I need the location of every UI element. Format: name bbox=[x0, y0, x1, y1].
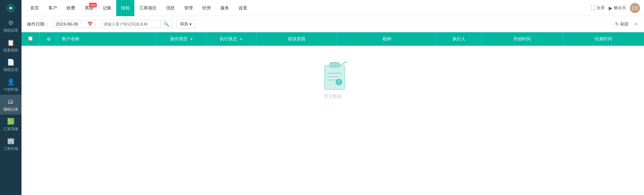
select-all-checkbox[interactable] bbox=[28, 36, 33, 41]
topnav-item-tax[interactable]: 报税 bbox=[116, 0, 134, 16]
data-table: ⚙ 客户名称 操作类型 ▼ 执行状态 ▼ bbox=[22, 32, 644, 46]
fullscreen-button[interactable]: ⛶ 全屏 bbox=[591, 5, 605, 11]
toolbar: 操作日期： 📅 🔍 筛选 ▾ ↻ 刷新 × bbox=[22, 16, 644, 32]
sidebar-item-tax-summary-label: 报税总览 bbox=[3, 67, 18, 72]
svg-rect-3 bbox=[330, 63, 340, 67]
toolbar-right: ↻ 刷新 × bbox=[615, 21, 639, 28]
sidebar: ⚙ 报税设置 📋 批量报税 📄 报税总览 👤 个税申报 🗂 报税记录 💹 汇算清… bbox=[0, 0, 22, 195]
sidebar-item-annual-report-label: 工商年报 bbox=[3, 146, 18, 151]
svg-rect-2 bbox=[325, 65, 345, 89]
th-tax-type: 税种 bbox=[337, 32, 436, 46]
sidebar-item-settlement-label: 汇算清缴 bbox=[3, 126, 18, 131]
close-button[interactable]: × bbox=[633, 21, 639, 28]
new-badge: new bbox=[89, 3, 97, 7]
sidebar-item-annual-report[interactable]: 🏢 工商年报 bbox=[0, 134, 22, 154]
empty-state: ! 暂无数据 bbox=[22, 46, 644, 120]
sort-icon-exec-status: ▼ bbox=[240, 37, 243, 41]
th-exec-status[interactable]: 执行状态 ▼ bbox=[206, 32, 256, 46]
annual-report-icon: 🏢 bbox=[7, 137, 14, 145]
table-wrap: ⚙ 客户名称 操作类型 ▼ 执行状态 ▼ bbox=[22, 32, 644, 195]
topnav: 首页 客户 收费 票据 new 记账 报税 工商项目 消息 bbox=[22, 0, 644, 16]
th-executor: 执行人 bbox=[436, 32, 481, 46]
topnav-item-messages[interactable]: 消息 bbox=[161, 0, 179, 16]
content: 操作日期： 📅 🔍 筛选 ▾ ↻ 刷新 × bbox=[22, 16, 644, 195]
settlement-icon: 💹 bbox=[7, 117, 14, 126]
empty-text: 暂无数据 bbox=[324, 93, 342, 100]
date-picker[interactable]: 📅 bbox=[53, 20, 96, 28]
th-checkbox[interactable] bbox=[22, 32, 40, 46]
topnav-item-commerce[interactable]: 工商项目 bbox=[134, 0, 161, 16]
refresh-icon: ↻ bbox=[615, 22, 619, 27]
search-icon: 🔍 bbox=[164, 22, 169, 27]
member-button[interactable]: ▶ 畅会员 bbox=[609, 5, 626, 11]
refresh-button[interactable]: ↻ 刷新 bbox=[615, 21, 629, 27]
topnav-item-operations[interactable]: 经营 bbox=[198, 0, 216, 16]
th-end-time: 结束时间 bbox=[563, 32, 644, 46]
sidebar-item-personal-tax[interactable]: 👤 个税申报 bbox=[0, 75, 22, 95]
svg-marker-10 bbox=[345, 61, 347, 63]
avatar[interactable]: CE bbox=[630, 3, 640, 13]
main-area: 首页 客户 收费 票据 new 记账 报税 工商项目 消息 bbox=[22, 0, 644, 195]
settings-icon: ⚙ bbox=[47, 37, 51, 42]
topnav-item-services[interactable]: 服务 bbox=[216, 0, 234, 16]
search-input[interactable] bbox=[100, 21, 161, 28]
chevron-down-icon: ▾ bbox=[189, 22, 191, 27]
topnav-item-accounting[interactable]: 记账 bbox=[98, 0, 116, 16]
video-icon: ▶ bbox=[609, 5, 612, 11]
th-settings[interactable]: ⚙ bbox=[40, 32, 58, 46]
svg-text:!: ! bbox=[338, 80, 340, 84]
calendar-icon: 📅 bbox=[87, 22, 93, 27]
date-input[interactable] bbox=[56, 22, 86, 27]
tax-settings-icon: ⚙ bbox=[8, 19, 13, 27]
batch-tax-icon: 📋 bbox=[7, 39, 14, 47]
topnav-item-invoices[interactable]: 票据 new bbox=[80, 0, 98, 16]
sidebar-item-batch-tax-label: 批量报税 bbox=[3, 48, 18, 53]
th-client-name: 客户名称 bbox=[57, 32, 157, 46]
topnav-item-clients[interactable]: 客户 bbox=[44, 0, 62, 16]
th-op-type[interactable]: 操作类型 ▼ bbox=[157, 32, 207, 46]
tax-summary-icon: 📄 bbox=[7, 58, 14, 67]
sidebar-item-tax-settings[interactable]: ⚙ 报税设置 bbox=[0, 16, 22, 36]
sidebar-item-settlement[interactable]: 💹 汇算清缴 bbox=[0, 115, 22, 134]
sidebar-item-batch-tax[interactable]: 📋 批量报税 bbox=[0, 36, 22, 56]
th-error-reason: 错误原因 bbox=[256, 32, 337, 46]
topnav-right: ⛶ 全屏 ▶ 畅会员 CE bbox=[591, 3, 640, 13]
tax-records-icon: 🗂 bbox=[8, 98, 14, 106]
sidebar-item-personal-tax-label: 个税申报 bbox=[3, 87, 18, 92]
date-label: 操作日期： bbox=[27, 21, 49, 27]
topnav-item-home[interactable]: 首页 bbox=[26, 0, 44, 16]
sort-icon-op-type: ▼ bbox=[190, 37, 193, 41]
fullscreen-icon: ⛶ bbox=[591, 5, 595, 11]
search-wrap: 🔍 bbox=[100, 20, 172, 28]
topnav-item-settings[interactable]: 设置 bbox=[234, 0, 252, 16]
svg-point-1 bbox=[10, 7, 12, 9]
th-start-time: 开始时间 bbox=[482, 32, 563, 46]
sidebar-item-tax-records[interactable]: 🗂 报税记录 bbox=[0, 95, 22, 115]
search-button[interactable]: 🔍 bbox=[161, 20, 172, 28]
topnav-item-collection[interactable]: 收费 bbox=[62, 0, 80, 16]
filter-button[interactable]: 筛选 ▾ bbox=[176, 20, 195, 29]
topnav-items: 首页 客户 收费 票据 new 记账 报税 工商项目 消息 bbox=[26, 0, 591, 16]
sidebar-item-tax-settings-label: 报税设置 bbox=[3, 28, 18, 33]
sidebar-item-tax-summary[interactable]: 📄 报税总览 bbox=[0, 55, 22, 75]
app-logo bbox=[0, 0, 22, 16]
sidebar-item-tax-records-label: 报税记录 bbox=[3, 107, 18, 112]
topnav-item-management[interactable]: 管理 bbox=[179, 0, 198, 16]
personal-tax-icon: 👤 bbox=[7, 78, 14, 86]
empty-icon: ! bbox=[319, 59, 346, 89]
